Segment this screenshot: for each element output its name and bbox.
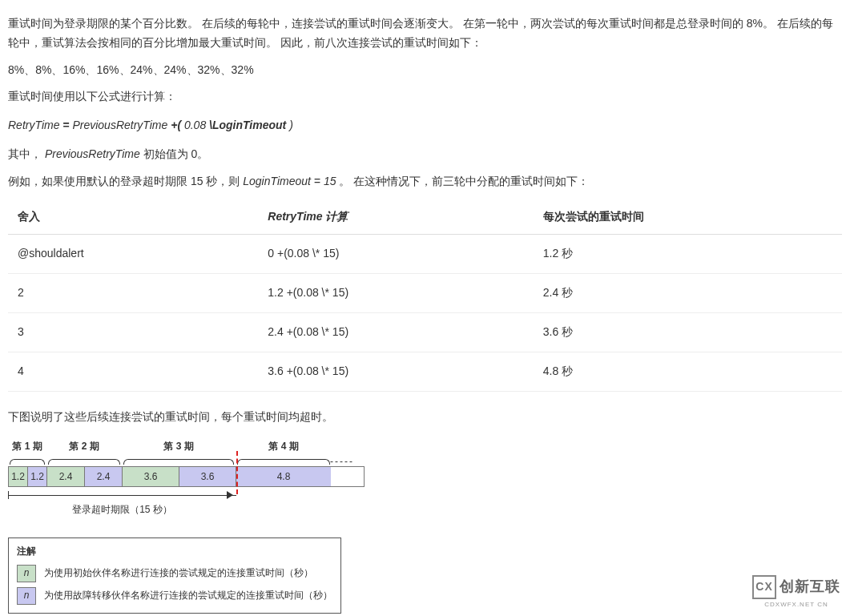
legend-text-failover: 为使用故障转移伙伴名称进行连接的尝试规定的连接重试时间（秒）	[44, 587, 332, 603]
logo-cx-icon: CX	[752, 575, 776, 599]
table-header-calc: RetryTime 计算	[258, 199, 534, 235]
formula-lhs: RetryTime	[8, 119, 59, 131]
table-header-row: 舍入 RetryTime 计算 每次尝试的重试时间	[8, 199, 842, 235]
cell-round: 4	[8, 352, 258, 391]
p3-prefix: 其中，	[8, 147, 45, 160]
percent-sequence: 8%、8%、16%、16%、24%、24%、32%、32%	[8, 61, 842, 80]
cell-round: @shouldalert	[8, 235, 258, 274]
formula-plus-open: +(	[171, 119, 184, 131]
paragraph-diagram-intro: 下图说明了这些后续连接尝试的重试时间，每个重试时间均超时。	[8, 408, 842, 427]
brace-4: -----	[236, 455, 332, 465]
brace-3	[122, 455, 236, 465]
brace-2	[46, 455, 122, 465]
p4-var: LoginTimeout = 15	[243, 175, 336, 187]
retry-time-table: 舍入 RetryTime 计算 每次尝试的重试时间 @shouldalert 0…	[8, 199, 842, 392]
box-2-4-b: 2.4	[85, 467, 123, 486]
legend-swatch-failover: n	[17, 587, 36, 605]
box-1-2-b: 1.2	[28, 467, 47, 486]
p3-var: PreviousRetryTime	[45, 147, 140, 160]
legend-box: 注解 n 为使用初始伙伴名称进行连接的尝试规定的连接重试时间（秒） n 为使用故…	[8, 537, 341, 613]
cell-round: 3	[8, 312, 258, 352]
logo-subtext: CDXWFX.NET CN	[752, 599, 840, 610]
formula-login: \LoginTimeout	[209, 119, 286, 131]
period-label-4: 第 4 期	[236, 438, 332, 454]
p4-suffix: 。 在这种情况下，前三轮中分配的重试时间如下：	[339, 175, 589, 187]
p3-suffix: 初始值为 0。	[143, 147, 209, 160]
paragraph-initial-value: 其中， PreviousRetryTime 初始值为 0。	[8, 145, 842, 164]
table-header-pertry: 每次尝试的重试时间	[534, 199, 842, 235]
retry-boxes: 1.2 1.2 2.4 2.4 3.6 3.6 4.8	[8, 466, 365, 487]
brace-row: -----	[8, 455, 365, 466]
cell-round: 2	[8, 274, 258, 313]
paragraph-intro: 重试时间为登录期限的某个百分比数。 在后续的每轮中，连接尝试的重试时间会逐渐变大…	[8, 14, 842, 53]
cell-calc: 2.4 +(0.08 \* 15)	[258, 312, 534, 352]
table-row: 3 2.4 +(0.08 \* 15) 3.6 秒	[8, 312, 842, 352]
cell-time: 4.8 秒	[534, 352, 842, 391]
box-3-6-b: 3.6	[179, 467, 236, 486]
table-row: @shouldalert 0 +(0.08 \* 15) 1.2 秒	[8, 235, 842, 274]
table-row: 2 1.2 +(0.08 \* 15) 2.4 秒	[8, 274, 842, 313]
formula-factor: 0.08	[184, 119, 209, 131]
box-3-6-a: 3.6	[123, 467, 179, 486]
cell-calc: 3.6 +(0.08 \* 15)	[258, 352, 534, 391]
formula-eq: =	[62, 119, 72, 131]
th2-text: RetryTime 计算	[268, 210, 348, 223]
period-label-3: 第 3 期	[122, 438, 236, 454]
legend-title: 注解	[17, 543, 332, 559]
legend-text-initial: 为使用初始伙伴名称进行连接的尝试规定的连接重试时间（秒）	[44, 565, 313, 581]
timeout-caption: 登录超时期限（15 秒）	[8, 501, 236, 517]
diagram-dots: -----	[330, 453, 354, 469]
brace-1	[8, 455, 46, 465]
formula-close: )	[289, 119, 293, 131]
p4-prefix: 例如，如果使用默认的登录超时期限 15 秒，则	[8, 175, 243, 187]
cell-time: 3.6 秒	[534, 312, 842, 352]
legend-swatch-initial: n	[17, 565, 36, 582]
period-labels-row: 第 1 期 第 2 期 第 3 期 第 4 期	[8, 438, 365, 454]
cell-time: 1.2 秒	[534, 235, 842, 274]
period-label-2: 第 2 期	[46, 438, 122, 454]
box-1-2-a: 1.2	[9, 467, 28, 486]
legend-row-initial: n 为使用初始伙伴名称进行连接的尝试规定的连接重试时间（秒）	[17, 565, 332, 582]
retry-formula: RetryTime = PreviousRetryTime +( 0.08 \L…	[8, 116, 842, 135]
box-2-4-a: 2.4	[47, 467, 85, 486]
paragraph-example: 例如，如果使用默认的登录超时期限 15 秒，则 LoginTimeout = 1…	[8, 172, 842, 191]
legend-row-failover: n 为使用故障转移伙伴名称进行连接的尝试规定的连接重试时间（秒）	[17, 587, 332, 605]
formula-prev: PreviousRetryTime	[72, 119, 171, 131]
timeout-dashed-line	[236, 451, 238, 494]
retry-diagram: 第 1 期 第 2 期 第 3 期 第 4 期 ----- 1.2 1.2 2.…	[8, 438, 365, 517]
cell-time: 2.4 秒	[534, 274, 842, 313]
table-row: 4 3.6 +(0.08 \* 15) 4.8 秒	[8, 352, 842, 391]
cell-calc: 0 +(0.08 \* 15)	[258, 235, 534, 274]
paragraph-formula-intro: 重试时间使用以下公式进行计算：	[8, 87, 842, 107]
cell-calc: 1.2 +(0.08 \* 15)	[258, 274, 534, 313]
table-header-round: 舍入	[8, 199, 258, 235]
box-4-8: 4.8	[236, 467, 331, 486]
logo-name: 创新互联	[780, 574, 840, 599]
timeout-arrow	[8, 489, 236, 503]
brand-logo: CX 创新互联 CDXWFX.NET CN	[752, 574, 840, 610]
period-label-1: 第 1 期	[8, 438, 46, 454]
